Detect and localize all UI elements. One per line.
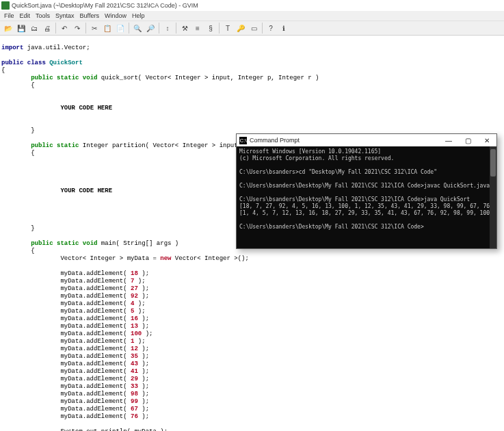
shell-icon[interactable]: ≡ (191, 22, 204, 34)
toolbar-separator (262, 23, 263, 34)
script-icon[interactable]: ? (265, 22, 277, 34)
cmd-titlebar[interactable]: C:\ Command Prompt — ▢ ✕ (237, 134, 496, 146)
menu-edit[interactable]: Edit (20, 12, 31, 19)
gvim-title-text: QuickSort.java (~\Desktop\My Fall 2021\C… (12, 2, 198, 9)
undo-icon[interactable]: ↶ (58, 22, 70, 34)
gvim-menubar: File Edit Tools Syntax Buffers Window He… (0, 11, 504, 21)
placeholder-2: YOUR CODE HERE (60, 187, 112, 194)
cmd-scroll-thumb[interactable] (490, 149, 496, 177)
cmd-close-button[interactable]: ✕ (477, 134, 496, 146)
menu-file[interactable]: File (4, 12, 14, 19)
toolbar-separator (55, 23, 56, 34)
saveall-icon[interactable]: 🗂 (28, 22, 40, 34)
gvim-toolbar: 📂💾🗂🖨↶↷✂📋📄🔍🔎↕⚒≡§T🔑▭?ℹ (0, 21, 504, 36)
ctags-icon[interactable]: § (204, 22, 217, 34)
menu-buffers[interactable]: Buffers (80, 12, 99, 19)
menu-syntax[interactable]: Syntax (55, 12, 75, 19)
print-icon[interactable]: 🖨 (41, 22, 53, 34)
toolbar-separator (176, 23, 176, 34)
cmd-body[interactable]: Microsoft Windows [Version 10.0.19042.11… (237, 146, 496, 248)
make-icon[interactable]: ⚒ (178, 22, 191, 34)
findnext-icon[interactable]: 🔎 (144, 22, 157, 34)
cmd-maximize-button[interactable]: ▢ (458, 134, 477, 146)
tagjump-icon[interactable]: T (222, 22, 234, 34)
open-icon[interactable]: 📂 (2, 22, 14, 34)
session-icon[interactable]: ▭ (248, 22, 260, 34)
menu-window[interactable]: Window (105, 12, 127, 19)
toolbar-separator (159, 23, 159, 34)
paste-icon[interactable]: 📄 (114, 22, 127, 34)
save-icon[interactable]: 💾 (15, 22, 27, 34)
replace-icon[interactable]: ↕ (161, 22, 174, 34)
placeholder-1: YOUR CODE HERE (60, 105, 112, 112)
toolbar-separator (85, 23, 86, 34)
help-icon[interactable]: ℹ (278, 22, 290, 34)
command-prompt-window[interactable]: C:\ Command Prompt — ▢ ✕ Microsoft Windo… (236, 133, 497, 249)
toolbar-separator (129, 23, 129, 34)
find-icon[interactable]: 🔍 (131, 22, 144, 34)
gvim-app-icon (1, 1, 10, 10)
menu-tools[interactable]: Tools (36, 12, 50, 19)
redo-icon[interactable]: ↷ (71, 22, 83, 34)
cmd-title-text: Command Prompt (250, 137, 300, 144)
toolbar-separator (219, 23, 220, 34)
gvim-titlebar: QuickSort.java (~\Desktop\My Fall 2021\C… (0, 0, 504, 11)
key-icon[interactable]: 🔑 (235, 22, 247, 34)
copy-icon[interactable]: 📋 (101, 22, 114, 34)
menu-help[interactable]: Help (132, 12, 145, 19)
cmd-icon: C:\ (239, 137, 247, 144)
cmd-minimize-button[interactable]: — (439, 134, 458, 146)
cmd-scrollbar[interactable] (490, 146, 496, 248)
cut-icon[interactable]: ✂ (88, 22, 101, 34)
